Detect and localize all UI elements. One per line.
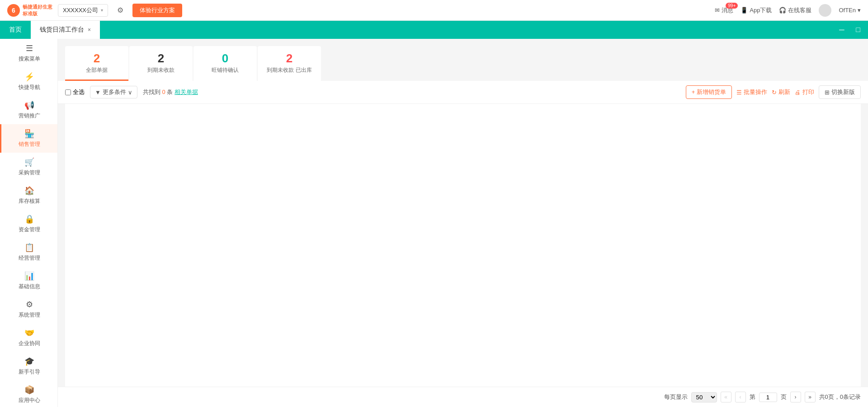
user-dropdown-icon: ▾: [858, 7, 861, 14]
settings-button[interactable]: ⚙: [113, 4, 127, 17]
card-pending[interactable]: 0 旺铺待确认: [193, 46, 257, 81]
sidebar-item-operations[interactable]: 📋 经营管理: [0, 238, 57, 267]
sidebar-item-search[interactable]: ☰ 搜索菜单: [0, 39, 57, 67]
per-page-select[interactable]: 50 10 20 100: [691, 392, 717, 402]
main-layout: ☰ 搜索菜单 ⚡ 快捷导航 📢 营销推广 🏪 销售管理 🛒 采购管理 🏠 库存核…: [0, 39, 868, 407]
card-pending-label: 旺铺待确认: [203, 66, 248, 74]
switch-version-button[interactable]: ⊞ 切换新版: [819, 85, 861, 99]
refresh-button[interactable]: ↻ 刷新: [772, 88, 790, 96]
tab-work[interactable]: 钱货日清工作台 ×: [31, 21, 100, 39]
sidebar-label-sales: 销售管理: [19, 140, 40, 148]
finance-icon: 🔒: [24, 214, 34, 224]
user-name[interactable]: OfTEn ▾: [839, 7, 861, 14]
sidebar-label-system: 系统管理: [19, 311, 40, 319]
sidebar-label-enterprise: 企业协同: [19, 340, 40, 347]
card-outbound-label: 到期未收款 已出库: [267, 66, 312, 74]
sales-icon: 🏪: [24, 129, 34, 139]
found-unit: 条: [167, 89, 173, 95]
app-download-label: App下载: [750, 6, 772, 14]
nav-tabs: 首页 钱货日清工作台 × ─ □: [0, 21, 868, 39]
download-icon: 📱: [741, 7, 748, 14]
last-page-button[interactable]: »: [805, 392, 816, 402]
chevron-down-icon: ▾: [101, 8, 103, 13]
card-outbound-count: 2: [267, 51, 312, 65]
toolbar-left: 全选 ▼ 更多条件 ∨ 共找到 0 条 相关单据: [65, 86, 680, 98]
service-icon: 🎧: [779, 7, 786, 14]
online-service-button[interactable]: 🎧 在线客服: [779, 6, 811, 14]
prev-page-button[interactable]: ‹: [735, 392, 746, 402]
pagination: 每页显示 50 10 20 100 « ‹ 第 页 › » 共0页，0条记录: [58, 387, 868, 407]
found-prefix: 共找到: [143, 89, 160, 95]
sidebar-item-marketing[interactable]: 📢 营销推广: [0, 96, 57, 124]
guide-icon: 🎓: [24, 356, 34, 366]
card-all[interactable]: 2 全部单据: [65, 46, 128, 81]
basic-info-icon: 📊: [24, 271, 34, 281]
sidebar-label-marketing: 营销推广: [19, 112, 40, 120]
card-all-count: 2: [74, 51, 119, 65]
refresh-icon: ↻: [772, 89, 777, 96]
first-page-button[interactable]: «: [721, 392, 731, 402]
logo-text: 畅捷通好生意 标准版: [23, 4, 52, 17]
sidebar-item-quick-nav[interactable]: ⚡ 快捷导航: [0, 67, 57, 96]
next-page-button[interactable]: ›: [790, 392, 801, 402]
minimize-icon[interactable]: ─: [835, 23, 848, 36]
select-all-checkbox[interactable]: 全选: [65, 88, 85, 96]
marketing-icon: 📢: [24, 100, 34, 110]
maximize-icon[interactable]: □: [852, 23, 864, 36]
trial-button[interactable]: 体验行业方案: [132, 4, 182, 17]
sidebar-item-inventory[interactable]: 🏠 库存核算: [0, 181, 57, 210]
online-service-label: 在线客服: [788, 6, 811, 14]
switch-icon: ⊞: [825, 89, 830, 96]
card-overdue[interactable]: 2 到期未收款: [129, 46, 193, 81]
sidebar-label-purchase: 采购管理: [19, 169, 40, 177]
message-button[interactable]: ✉ 消息 99+: [715, 6, 733, 14]
select-all-input[interactable]: [65, 89, 71, 95]
sidebar-item-app-center[interactable]: 📦 应用中心: [0, 380, 57, 407]
sidebar-label-guide: 新手引导: [19, 368, 40, 376]
sidebar-item-finance[interactable]: 🔒 资金管理: [0, 210, 57, 238]
print-icon: 🖨: [795, 89, 801, 96]
top-bar-left: 6 畅捷通好生意 标准版 XXXXXX公司 ▾ ⚙ 体验行业方案: [7, 4, 182, 17]
message-badge: 99+: [726, 3, 738, 9]
per-page-label: 每页显示: [664, 393, 688, 401]
toolbar: 全选 ▼ 更多条件 ∨ 共找到 0 条 相关单据 + 新增销货单 ☰: [58, 81, 868, 104]
toolbar-right: + 新增销货单 ☰ 批量操作 ↻ 刷新 🖨 打印 ⊞ 切换新版: [686, 85, 861, 99]
filter-label: 更多条件: [103, 88, 126, 96]
avatar[interactable]: [819, 4, 831, 17]
card-overdue-count: 2: [138, 51, 184, 65]
related-link[interactable]: 相关单据: [175, 89, 198, 95]
close-tab-icon[interactable]: ×: [88, 27, 91, 33]
table-area: [65, 104, 861, 387]
card-all-label: 全部单据: [74, 66, 119, 74]
app-center-icon: 📦: [24, 385, 34, 395]
card-pending-count: 0: [203, 51, 248, 65]
sidebar-item-purchase[interactable]: 🛒 采购管理: [0, 153, 57, 181]
page-input[interactable]: [759, 393, 777, 402]
company-selector[interactable]: XXXXXX公司 ▾: [58, 4, 108, 17]
work-tab-label: 钱货日清工作台: [40, 26, 84, 34]
system-icon: ⚙: [26, 299, 33, 309]
card-outbound[interactable]: 2 到期未收款 已出库: [258, 46, 321, 81]
logo-icon: 6: [7, 4, 20, 17]
sidebar-item-sales[interactable]: 🏪 销售管理: [0, 124, 57, 153]
tab-home[interactable]: 首页: [0, 21, 31, 39]
sidebar-label-search: 搜索菜单: [19, 55, 40, 63]
sidebar-item-basic-info[interactable]: 📊 基础信息: [0, 267, 57, 295]
filter-button[interactable]: ▼ 更多条件 ∨: [90, 86, 137, 98]
add-sales-order-button[interactable]: + 新增销货单: [686, 85, 732, 99]
sidebar-item-system[interactable]: ⚙ 系统管理: [0, 295, 57, 323]
company-name: XXXXXX公司: [63, 6, 98, 14]
search-menu-icon: ☰: [26, 43, 33, 53]
filter-arrow-icon: ∨: [128, 89, 132, 96]
found-text: 共找到 0 条 相关单据: [143, 88, 198, 96]
print-button[interactable]: 🖨 打印: [795, 88, 814, 96]
sidebar-label-quick-nav: 快捷导航: [19, 84, 40, 91]
app-download-button[interactable]: 📱 App下载: [741, 6, 772, 14]
batch-ops-button[interactable]: ☰ 批量操作: [736, 88, 767, 96]
sidebar-item-guide[interactable]: 🎓 新手引导: [0, 352, 57, 380]
page-label: 第: [750, 393, 755, 401]
print-label: 打印: [802, 88, 814, 96]
switch-label: 切换新版: [831, 88, 855, 96]
sidebar-item-enterprise[interactable]: 🤝 企业协同: [0, 323, 57, 352]
enterprise-icon: 🤝: [24, 328, 34, 338]
